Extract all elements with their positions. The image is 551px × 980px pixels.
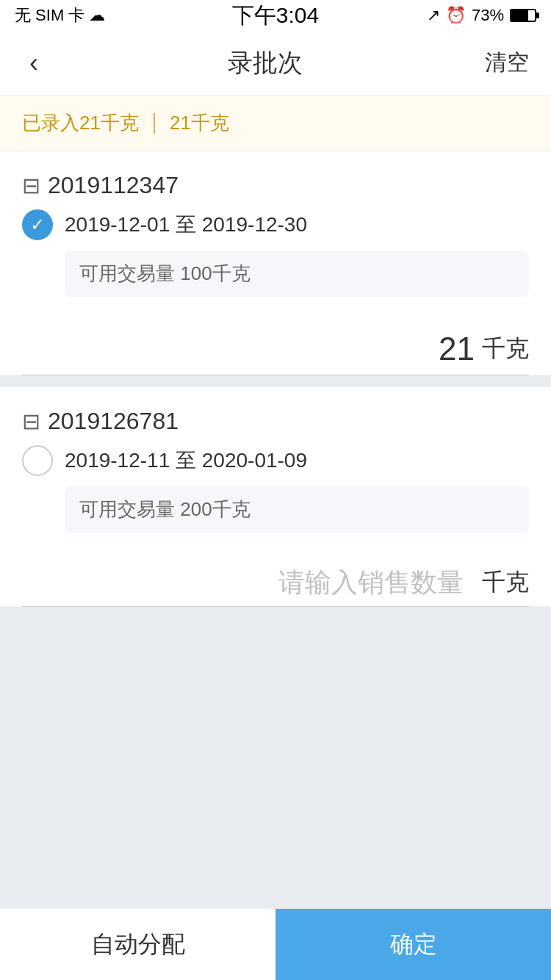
batch-1-icon: ⊟ <box>22 173 40 198</box>
check-icon: ✓ <box>30 216 45 234</box>
clear-button[interactable]: 清空 <box>485 48 529 78</box>
bottom-bar: 自动分配 确定 <box>0 908 551 980</box>
status-bar: 无 SIM 卡 ☁ 下午3:04 ↗ ⏰ 73% <box>0 0 551 31</box>
batch-1-available: 可用交易量 100千克 <box>65 251 529 297</box>
batch-1-header: ⊟ 2019112347 <box>22 172 529 199</box>
confirm-button[interactable]: 确定 <box>276 909 551 980</box>
batch-item-1: ⊟ 2019112347 ✓ 2019-12-01 至 2019-12-30 可… <box>0 151 551 319</box>
nav-bar: ‹ 录批次 清空 <box>0 31 551 96</box>
location-icon: ↗ <box>427 6 440 25</box>
batch-1-row[interactable]: ✓ 2019-12-01 至 2019-12-30 <box>22 209 529 240</box>
batch-item-2: ⊟ 2019126781 2019-12-11 至 2020-01-09 可用交… <box>0 387 551 555</box>
batch-2-header: ⊟ 2019126781 <box>22 408 529 435</box>
page-title: 录批次 <box>228 46 303 80</box>
status-right: ↗ ⏰ 73% <box>427 6 536 25</box>
batch-1-qty-value: 21 <box>439 331 475 367</box>
batch-2-radio[interactable] <box>22 445 53 476</box>
summary-value: 21千克 <box>170 110 229 136</box>
summary-divider <box>154 113 155 134</box>
batch-2-qty-input[interactable] <box>22 567 475 598</box>
status-time: 下午3:04 <box>232 1 319 31</box>
section-separator <box>0 375 551 387</box>
summary-bar: 已录入21千克 21千克 <box>0 96 551 151</box>
batch-1-date: 2019-12-01 至 2019-12-30 <box>65 211 307 239</box>
battery-percent: 73% <box>472 6 504 25</box>
alarm-icon: ⏰ <box>446 6 466 25</box>
batch-1-radio[interactable]: ✓ <box>22 209 53 240</box>
batch-2-id: 2019126781 <box>48 408 179 435</box>
sim-label: 无 SIM 卡 ☁ <box>15 4 105 26</box>
batch-2-row[interactable]: 2019-12-11 至 2020-01-09 <box>22 445 529 476</box>
batch-1-qty-unit: 千克 <box>482 333 529 365</box>
batch-2-input-row[interactable]: 千克 <box>0 555 551 606</box>
batch-2-unit: 千克 <box>482 566 529 599</box>
batch-2-date: 2019-12-11 至 2020-01-09 <box>65 447 307 475</box>
auto-distribute-button[interactable]: 自动分配 <box>0 909 276 980</box>
back-button[interactable]: ‹ <box>22 40 46 86</box>
summary-label: 已录入21千克 <box>22 110 139 136</box>
battery-icon <box>510 9 536 22</box>
batch-1-id: 2019112347 <box>48 172 179 199</box>
batch-1-qty-row: 21 千克 <box>0 319 551 375</box>
batch-2-icon: ⊟ <box>22 408 40 434</box>
empty-area <box>0 607 551 945</box>
batch-2-available: 可用交易量 200千克 <box>65 486 529 533</box>
status-left: 无 SIM 卡 ☁ <box>15 4 105 26</box>
